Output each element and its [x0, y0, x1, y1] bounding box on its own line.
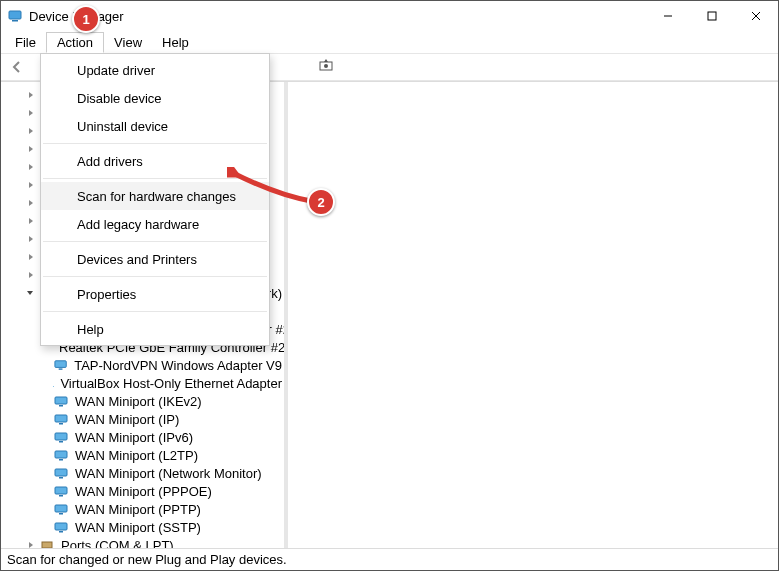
- chevron-right-icon[interactable]: [25, 251, 37, 263]
- menu-separator: [43, 241, 267, 242]
- chevron-right-icon[interactable]: [25, 143, 37, 155]
- tree-node-device[interactable]: WAN Miniport (IPv6): [53, 428, 284, 446]
- tree-node-label: WAN Miniport (PPPOE): [73, 484, 214, 499]
- chevron-right-icon[interactable]: [25, 197, 37, 209]
- device-manager-icon: [7, 8, 23, 24]
- network-adapter-icon: [53, 465, 69, 481]
- menu-item-add-legacy-hardware[interactable]: Add legacy hardware: [41, 210, 269, 238]
- menu-item-disable-device[interactable]: Disable device: [41, 84, 269, 112]
- svg-rect-26: [55, 469, 67, 476]
- statusbar-text: Scan for changed or new Plug and Play de…: [7, 552, 287, 567]
- menu-item-update-driver[interactable]: Update driver: [41, 56, 269, 84]
- menu-item-help[interactable]: Help: [41, 315, 269, 343]
- chevron-right-icon[interactable]: [25, 89, 37, 101]
- chevron-down-icon[interactable]: [25, 287, 36, 299]
- network-adapter-icon: [53, 357, 68, 373]
- svg-rect-0: [9, 11, 21, 19]
- menu-item-uninstall-device[interactable]: Uninstall device: [41, 112, 269, 140]
- menu-separator: [43, 311, 267, 312]
- tree-node-label: WAN Miniport (IP): [73, 412, 181, 427]
- svg-rect-28: [55, 487, 67, 494]
- menu-help[interactable]: Help: [152, 33, 199, 52]
- svg-rect-15: [59, 368, 63, 369]
- svg-rect-1: [12, 20, 18, 22]
- chevron-right-icon[interactable]: [25, 125, 37, 137]
- tree-node-device[interactable]: WAN Miniport (SSTP): [53, 518, 284, 536]
- menu-item-properties[interactable]: Properties: [41, 280, 269, 308]
- svg-rect-33: [59, 531, 63, 533]
- svg-rect-21: [59, 423, 63, 425]
- svg-rect-24: [55, 451, 67, 458]
- svg-rect-14: [55, 361, 66, 368]
- tree-node-device[interactable]: WAN Miniport (IP): [53, 410, 284, 428]
- menubar: File Action View Help: [1, 31, 778, 53]
- svg-rect-23: [59, 441, 63, 443]
- annotation-badge-1: 1: [72, 5, 100, 33]
- tree-node-label: VirtualBox Host-Only Ethernet Adapter: [58, 376, 284, 391]
- tree-node-device[interactable]: WAN Miniport (IKEv2): [53, 392, 284, 410]
- chevron-right-icon[interactable]: [25, 107, 37, 119]
- tree-node-label: TAP-NordVPN Windows Adapter V9: [72, 358, 284, 373]
- svg-rect-20: [55, 415, 67, 422]
- tree-node-device[interactable]: WAN Miniport (L2TP): [53, 446, 284, 464]
- details-pane: [288, 82, 778, 548]
- menu-item-devices-and-printers[interactable]: Devices and Printers: [41, 245, 269, 273]
- menu-separator: [43, 276, 267, 277]
- svg-rect-16: [53, 386, 54, 387]
- svg-rect-22: [55, 433, 67, 440]
- svg-rect-32: [55, 523, 67, 530]
- tree-node-device[interactable]: TAP-NordVPN Windows Adapter V9: [53, 356, 284, 374]
- chevron-right-icon[interactable]: [25, 179, 37, 191]
- chevron-right-icon[interactable]: [25, 161, 37, 173]
- tree-node-label: WAN Miniport (IKEv2): [73, 394, 204, 409]
- ports-icon: [39, 537, 55, 548]
- tree-node-device[interactable]: VirtualBox Host-Only Ethernet Adapter: [53, 374, 284, 392]
- tree-node-label: Ports (COM & LPT): [59, 538, 176, 549]
- chevron-right-icon[interactable]: [25, 269, 37, 281]
- svg-rect-31: [59, 513, 63, 515]
- tree-node-device[interactable]: WAN Miniport (PPPOE): [53, 482, 284, 500]
- back-button[interactable]: [5, 55, 29, 79]
- tree-node-label: WAN Miniport (PPTP): [73, 502, 203, 517]
- minimize-button[interactable]: [646, 1, 690, 31]
- tree-node-label: WAN Miniport (Network Monitor): [73, 466, 264, 481]
- network-adapter-icon: [53, 483, 69, 499]
- scan-hardware-button[interactable]: [314, 55, 338, 79]
- annotation-badge-2: 2: [307, 188, 335, 216]
- tree-node-ports[interactable]: Ports (COM & LPT): [25, 536, 284, 548]
- chevron-right-icon[interactable]: [25, 539, 37, 548]
- svg-point-7: [324, 64, 328, 68]
- tree-node-label: WAN Miniport (L2TP): [73, 448, 200, 463]
- tree-node-label: WAN Miniport (SSTP): [73, 520, 203, 535]
- network-adapter-icon: [53, 519, 69, 535]
- svg-rect-30: [55, 505, 67, 512]
- titlebar: Device Manager: [1, 1, 778, 31]
- menu-separator: [43, 143, 267, 144]
- tree-node-device[interactable]: WAN Miniport (Network Monitor): [53, 464, 284, 482]
- svg-rect-18: [55, 397, 67, 404]
- svg-rect-27: [59, 477, 63, 479]
- menu-action[interactable]: Action: [46, 32, 104, 53]
- svg-rect-19: [59, 405, 63, 407]
- chevron-right-icon[interactable]: [25, 233, 37, 245]
- network-adapter-icon: [53, 501, 69, 517]
- svg-rect-29: [59, 495, 63, 497]
- svg-rect-3: [708, 12, 716, 20]
- menu-view[interactable]: View: [104, 33, 152, 52]
- network-adapter-icon: [53, 429, 69, 445]
- network-adapter-icon: [53, 393, 69, 409]
- chevron-right-icon[interactable]: [25, 215, 37, 227]
- svg-rect-25: [59, 459, 63, 461]
- maximize-button[interactable]: [690, 1, 734, 31]
- window-title: Device Manager: [29, 9, 646, 24]
- network-adapter-icon: [53, 411, 69, 427]
- network-adapter-icon: [53, 447, 69, 463]
- network-adapter-icon: [53, 375, 54, 391]
- annotation-arrow: [227, 167, 317, 209]
- menu-file[interactable]: File: [5, 33, 46, 52]
- tree-node-device[interactable]: WAN Miniport (PPTP): [53, 500, 284, 518]
- tree-node-label: WAN Miniport (IPv6): [73, 430, 195, 445]
- close-button[interactable]: [734, 1, 778, 31]
- statusbar: Scan for changed or new Plug and Play de…: [1, 548, 778, 570]
